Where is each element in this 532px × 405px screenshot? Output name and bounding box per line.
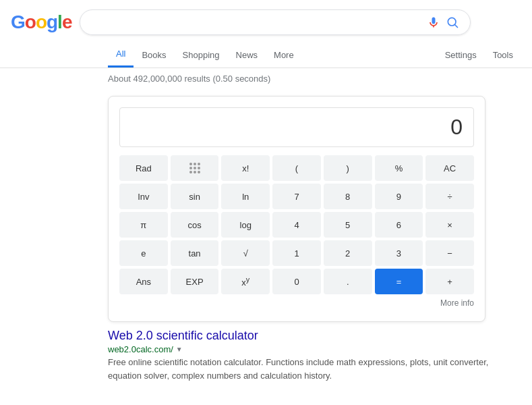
btn-tan[interactable]: tan xyxy=(171,240,219,266)
btn-cos[interactable]: cos xyxy=(171,212,219,238)
mic-icon[interactable] xyxy=(427,16,440,29)
btn-close-paren[interactable]: ) xyxy=(324,155,372,181)
more-info-link[interactable]: More info xyxy=(119,294,474,310)
result-title-link[interactable]: Web 2.0 scientific calculator xyxy=(108,329,258,342)
calculator-display: 0 xyxy=(119,107,474,147)
btn-5[interactable]: 5 xyxy=(324,212,372,238)
tab-all[interactable]: All xyxy=(108,42,134,68)
nav-tabs: All Books Shopping News More Settings To… xyxy=(0,42,532,68)
btn-divide[interactable]: ÷ xyxy=(425,184,474,209)
btn-sqrt[interactable]: √ xyxy=(221,240,270,266)
btn-3[interactable]: 3 xyxy=(375,240,423,266)
btn-8[interactable]: 8 xyxy=(324,184,372,209)
btn-e[interactable]: e xyxy=(119,240,168,266)
btn-factorial[interactable]: x! xyxy=(221,155,270,181)
btn-1[interactable]: 1 xyxy=(272,240,321,266)
tab-news[interactable]: News xyxy=(228,43,266,67)
btn-2[interactable]: 2 xyxy=(324,240,372,266)
btn-pi[interactable]: π xyxy=(119,212,168,238)
btn-ln[interactable]: ln xyxy=(221,184,270,209)
results-info: About 492,000,000 results (0.50 seconds) xyxy=(0,68,532,89)
tools-link[interactable]: Tools xyxy=(485,43,521,67)
tab-books[interactable]: Books xyxy=(134,43,174,67)
svg-line-1 xyxy=(455,25,458,28)
btn-equals[interactable]: = xyxy=(375,269,423,294)
nav-settings: Settings Tools xyxy=(437,43,521,67)
calculator-widget: 0 Rad x! ( ) % AC Inv sin ln 7 8 9 ÷ π c… xyxy=(108,96,485,322)
btn-7[interactable]: 7 xyxy=(272,184,321,209)
btn-decimal[interactable]: . xyxy=(324,269,372,294)
result-url-arrow[interactable]: ▼ xyxy=(176,346,183,353)
btn-4[interactable]: 4 xyxy=(272,212,321,238)
btn-power[interactable]: xy xyxy=(221,269,270,294)
btn-grid-toggle[interactable] xyxy=(171,155,219,181)
tab-shopping[interactable]: Shopping xyxy=(175,43,228,67)
search-bar: calculator xyxy=(80,9,471,35)
btn-9[interactable]: 9 xyxy=(375,184,423,209)
btn-exp[interactable]: EXP xyxy=(171,269,219,294)
btn-inv[interactable]: Inv xyxy=(119,184,168,209)
btn-add[interactable]: + xyxy=(425,269,474,294)
btn-sin[interactable]: sin xyxy=(171,184,219,209)
settings-link[interactable]: Settings xyxy=(437,43,485,67)
btn-multiply[interactable]: × xyxy=(425,212,474,238)
search-input[interactable]: calculator xyxy=(91,16,421,28)
result-description: Free online scientific notation calculat… xyxy=(108,356,512,382)
result-title: Web 2.0 scientific calculator xyxy=(108,329,512,343)
btn-ac[interactable]: AC xyxy=(425,155,474,181)
header: Google calculator xyxy=(0,0,532,42)
result-url: web2.0calc.com/ ▼ xyxy=(108,344,512,354)
btn-open-paren[interactable]: ( xyxy=(272,155,321,181)
search-result: Web 2.0 scientific calculator web2.0calc… xyxy=(108,329,512,382)
result-url-text: web2.0calc.com/ xyxy=(108,344,173,354)
calculator-grid: Rad x! ( ) % AC Inv sin ln 7 8 9 ÷ π cos… xyxy=(119,155,474,294)
btn-6[interactable]: 6 xyxy=(375,212,423,238)
btn-log[interactable]: log xyxy=(221,212,270,238)
btn-percent[interactable]: % xyxy=(375,155,423,181)
btn-rad[interactable]: Rad xyxy=(119,155,168,181)
tab-more[interactable]: More xyxy=(266,43,302,67)
btn-subtract[interactable]: − xyxy=(425,240,474,266)
btn-0[interactable]: 0 xyxy=(272,269,321,294)
btn-ans[interactable]: Ans xyxy=(119,269,168,294)
google-logo: Google xyxy=(11,11,71,33)
search-icon[interactable] xyxy=(446,16,459,29)
